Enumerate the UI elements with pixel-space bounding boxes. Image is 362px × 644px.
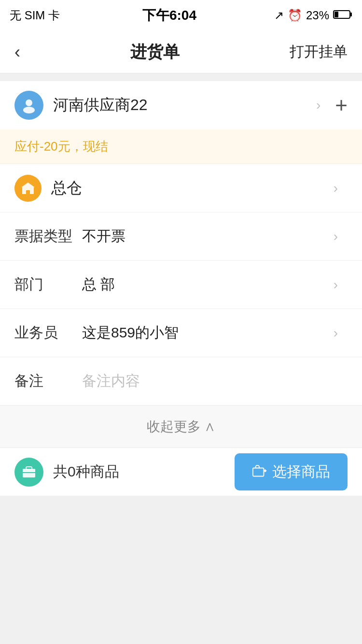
- status-bar: 无 SIM 卡 下午6:04 ↗ ⏰ 23%: [0, 0, 362, 31]
- svg-rect-7: [26, 190, 30, 194]
- salesperson-arrow-icon: ›: [334, 325, 338, 341]
- svg-point-3: [26, 99, 32, 106]
- svg-marker-6: [21, 182, 35, 187]
- collapse-label: 收起更多 ∧: [147, 418, 216, 436]
- supplier-arrow-icon: ›: [316, 98, 320, 113]
- invoice-type-arrow-icon: ›: [334, 229, 338, 244]
- salesperson-value: 这是859的小智: [77, 323, 334, 343]
- back-button[interactable]: ‹: [14, 42, 20, 62]
- footer-gray: [0, 496, 362, 631]
- supplier-name: 河南供应商22: [53, 95, 316, 116]
- supplier-section: 河南供应商22 › + 应付-20元，现结 总仓 › 票据类型 不开票 › 部门…: [0, 81, 362, 448]
- svg-rect-2: [334, 12, 338, 17]
- warehouse-row[interactable]: 总仓 ›: [0, 164, 362, 212]
- invoice-type-value: 不开票: [77, 226, 334, 246]
- svg-point-4: [23, 107, 35, 113]
- svg-rect-1: [350, 13, 352, 16]
- status-time: 下午6:04: [142, 6, 196, 25]
- notice-text: 应付-20元，现结: [14, 139, 108, 154]
- battery-icon: [333, 9, 352, 22]
- svg-rect-11: [253, 468, 264, 476]
- divider-1: [0, 73, 362, 81]
- nav-bar: ‹ 进货单 打开挂单: [0, 31, 362, 73]
- collapse-row[interactable]: 收起更多 ∧: [0, 405, 362, 448]
- warehouse-name: 总仓: [51, 178, 334, 199]
- notice-bar: 应付-20元，现结: [0, 129, 362, 164]
- select-product-button[interactable]: 选择商品: [235, 453, 348, 490]
- product-icon: [14, 458, 43, 487]
- bottom-bar: 共0种商品 选择商品: [0, 448, 362, 496]
- warehouse-icon: [14, 175, 42, 202]
- invoice-type-row[interactable]: 票据类型 不开票 ›: [0, 212, 362, 260]
- sim-label: 无 SIM 卡: [10, 8, 60, 23]
- remark-input[interactable]: 备注内容: [77, 371, 348, 391]
- salesperson-row[interactable]: 业务员 这是859的小智 ›: [0, 308, 362, 357]
- product-count: 共0种商品: [53, 462, 235, 482]
- battery-label: 23%: [306, 9, 329, 22]
- status-right: ↗ ⏰ 23%: [274, 9, 352, 22]
- supplier-avatar: [14, 91, 43, 120]
- status-left: 无 SIM 卡: [10, 8, 65, 23]
- alarm-icon: ⏰: [288, 9, 302, 22]
- cart-icon: [252, 464, 267, 480]
- department-label: 部门: [14, 275, 77, 294]
- warehouse-arrow-icon: ›: [334, 181, 338, 196]
- department-value: 总 部: [77, 275, 334, 294]
- supplier-row[interactable]: 河南供应商22 › +: [0, 81, 362, 129]
- remark-row[interactable]: 备注 备注内容: [0, 357, 362, 405]
- department-arrow-icon: ›: [334, 277, 338, 293]
- select-product-label: 选择商品: [272, 462, 330, 482]
- salesperson-label: 业务员: [14, 323, 77, 343]
- open-pending-button[interactable]: 打开挂单: [290, 42, 348, 62]
- department-row[interactable]: 部门 总 部 ›: [0, 260, 362, 308]
- location-icon: ↗: [274, 9, 284, 22]
- remark-label: 备注: [14, 371, 77, 391]
- page-title: 进货单: [130, 41, 180, 63]
- svg-rect-9: [26, 467, 32, 470]
- supplier-add-button[interactable]: +: [335, 95, 348, 116]
- invoice-type-label: 票据类型: [14, 226, 77, 246]
